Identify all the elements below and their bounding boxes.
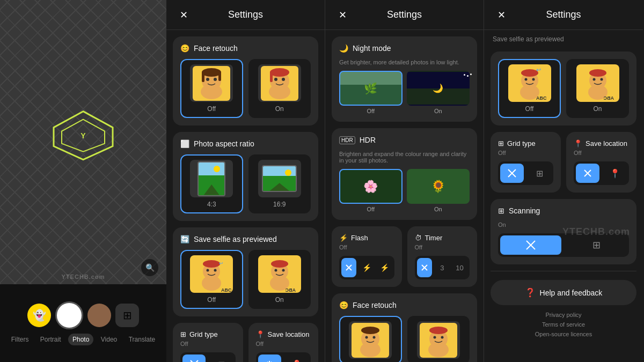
hdr-on-img: 🌻 [407,169,470,204]
tab-filters[interactable]: Filters [7,334,33,345]
face-retouch-on-2[interactable] [407,316,470,362]
face-on-label: On [275,105,284,113]
selfie-on-3[interactable]: ABC On [566,59,629,118]
settings-header-1: ✕ Settings [166,0,325,30]
shutter-button[interactable] [55,301,83,329]
grid-on-btn-1[interactable]: ⊞ [210,354,233,362]
grid-off-btn-1[interactable] [182,354,206,362]
face-retouch-on[interactable]: On [248,59,311,118]
night-on-card[interactable]: 🌙 On [407,71,470,114]
svg-rect-9 [202,71,204,82]
photo-aspect-title: ⬜ Photo aspect ratio [180,139,311,148]
location-icon-1: 📍 [256,330,265,338]
selfie-off-visual-3: ABC ↩ [508,64,551,102]
svg-point-52 [433,336,436,338]
footer-links: Privacy policy Terms of service Open-sou… [484,312,643,337]
timer-icon: ⏱ [415,234,422,242]
photo-aspect-section: ⬜ Photo aspect ratio 4:3 [173,132,318,221]
face-icon: 😊 [180,44,189,53]
hdr-off-card[interactable]: 🌸 Off [339,169,402,212]
selfie-on-label-3: On [593,105,602,113]
grid-on-btn-3[interactable]: ⊞ [528,164,552,183]
tab-video[interactable]: Video [97,334,121,345]
ar-overlay: Y [51,109,115,165]
location-on-btn-3[interactable]: 📍 [604,164,627,183]
selfie-off-1[interactable]: ABC ↩ Off [180,250,243,309]
svg-text:ABC: ABC [221,287,232,293]
selfie-on-1[interactable]: ABC On [248,250,311,309]
face-retouch-off-2[interactable] [339,316,402,362]
timer-off-btn[interactable] [417,258,433,277]
timer-3-btn[interactable]: 3 [434,258,450,277]
aspect-43[interactable]: 4:3 [180,154,243,213]
svg-point-13 [269,84,290,99]
face-off-visual-2 [349,321,392,359]
qr-off-btn[interactable] [500,235,561,255]
settings-title-3: Settings [546,9,581,20]
timer-section: ⏱ Timer Off 3 10 [407,226,478,287]
flash-on-btn[interactable]: ⚡ [377,258,392,277]
app-icons-row: 👻 ⊞ [27,301,139,329]
timer-10-btn[interactable]: 10 [452,258,467,277]
selfie-on-label-1: On [275,296,284,304]
selfie-off-3[interactable]: ABC ↩ Off [498,59,561,118]
location-on-btn-1[interactable]: 📍 [286,354,309,362]
camera-panel: ⚙ 📷 2165 📵 🚫 ⚡ Y 🔍 YTECHB.com 👻 [0,0,166,362]
face-retouch-off[interactable]: Off [180,59,243,118]
svg-text:↩: ↩ [536,67,541,73]
location-icon-3: 📍 [574,139,582,147]
hdr-title: HDR HDR [339,136,470,144]
save-location-sub-3: Off [574,150,629,156]
aspect-icon: ⬜ [180,139,189,148]
grid-type-title-1: ⊞ Grid type [180,330,236,338]
close-button-3[interactable]: ✕ [493,6,510,24]
qr-on-btn[interactable]: ⊞ [566,235,627,255]
svg-point-5 [201,84,222,99]
save-selfie-section-1: 🔄 Save selfie as previewed ABC ↩ [173,227,318,316]
location-toggle-1: 📍 [256,352,311,362]
tab-photo[interactable]: Photo [68,334,93,345]
face-retouch-options: Off On [180,59,311,118]
save-location-section-1: 📍 Save location Off 📍 [248,323,319,362]
privacy-link[interactable]: Privacy policy [545,312,581,318]
tab-portrait[interactable]: Portrait [36,334,65,345]
grid-off-btn-3[interactable] [500,164,524,183]
night-off-label: Off [367,108,375,114]
help-icon: ❓ [525,287,536,298]
grid-type-sub-1: Off [180,341,236,347]
face-retouch-section: 😊 Face retouch [173,36,318,125]
close-button-2[interactable]: ✕ [334,6,351,24]
grid-toggle-1: ⊞ [180,352,236,362]
location-off-btn-3[interactable] [576,164,599,183]
night-off-card[interactable]: 🌿 Off [339,71,402,114]
gallery-icon[interactable] [87,304,111,327]
aspect-43-visual [190,160,233,197]
flash-options: ⚡ ⚡ [339,256,394,279]
qr-icon[interactable]: ⊞ [115,304,139,327]
location-off-btn-1[interactable] [258,354,281,362]
scanning-icon: ⊞ [498,206,504,215]
flash-off-btn[interactable] [341,258,356,277]
hdr-on-card[interactable]: 🌻 On [407,169,470,212]
svg-text:↩: ↩ [219,261,223,266]
help-button[interactable]: ❓ Help and feedback [491,280,636,305]
settings-panel-2: ✕ Settings 🌙 Night mode Get brighter, mo… [325,0,484,362]
close-button-1[interactable]: ✕ [175,6,192,24]
terms-link[interactable]: Terms of service [542,321,585,328]
settings-panel-1: ✕ Settings 😊 Face retouch [166,0,325,362]
settings-title-1: Settings [228,9,263,20]
timer-options: 3 10 [415,256,470,279]
hdr-icon: HDR [339,136,355,144]
timer-title: ⏱ Timer [415,234,470,242]
aspect-169[interactable]: 16:9 [248,154,311,213]
snapchat-icon[interactable]: 👻 [27,304,51,327]
open-source-link[interactable]: Open-source licences [535,331,592,337]
svg-text:ABC: ABC [603,95,614,101]
zoom-button[interactable]: 🔍 [141,259,158,276]
moon-icon: 🌙 [339,44,348,53]
tab-translate[interactable]: Translate [125,334,160,345]
aspect-options: 4:3 16:9 [180,154,311,213]
flash-auto-btn[interactable]: ⚡ [360,258,375,277]
face-retouch-section-2: 😊 Face retouch [332,293,477,362]
svg-point-14 [274,78,277,81]
